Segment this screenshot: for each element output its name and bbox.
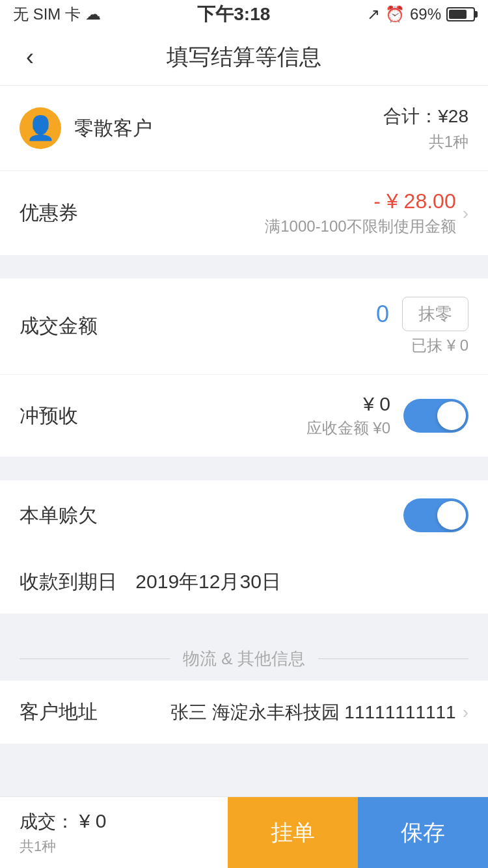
back-button[interactable]: ‹ (20, 37, 40, 77)
due-date-row[interactable]: 收款到期日 2019年12月30日 (0, 550, 488, 614)
sim-status: 无 SIM 卡 ☁ (13, 4, 101, 25)
prepay-receivable: 应收金额 ¥0 (306, 418, 390, 439)
address-row[interactable]: 客户地址 张三 海淀永丰科技园 11111111111 › (0, 681, 488, 744)
pending-button[interactable]: 挂单 (228, 797, 358, 869)
transaction-amount[interactable]: 0 (376, 301, 389, 328)
already-rounded-text: 已抹 ¥ 0 (376, 335, 468, 356)
alarm-icon: ⏰ (385, 5, 405, 23)
sep-line-left (20, 658, 170, 659)
coupon-discount: - ¥ 28.00 (265, 189, 455, 213)
due-date-value: 2019年12月30日 (135, 571, 280, 592)
address-section: 客户地址 张三 海淀永丰科技园 11111111111 › (0, 681, 488, 744)
page-title: 填写结算等信息 (167, 42, 321, 72)
customer-total: 合计：¥28 共1种 (383, 104, 468, 152)
deal-amount: ¥ 0 (79, 810, 107, 832)
customer-section: 👤 零散客户 合计：¥28 共1种 优惠券 - ¥ 28.00 满1000-10… (0, 86, 488, 255)
prepay-label: 冲预收 (20, 403, 78, 429)
status-bar: 无 SIM 卡 ☁ 下午3:18 ↗ ⏰ 69% (0, 0, 488, 29)
avatar-icon: 👤 (26, 115, 55, 142)
coupon-info: - ¥ 28.00 满1000-100不限制使用金额 (265, 189, 455, 237)
transaction-section: 成交金额 0 抹零 已抹 ¥ 0 冲预收 ¥ 0 应收金额 ¥0 (0, 278, 488, 457)
transaction-label: 成交金额 (20, 313, 98, 340)
prepay-right-wrap: ¥ 0 应收金额 ¥0 (306, 393, 468, 439)
customer-row: 👤 零散客户 合计：¥28 共1种 (0, 86, 488, 170)
customer-info: 👤 零散客户 (20, 107, 152, 149)
address-label: 客户地址 (20, 699, 98, 726)
debt-toggle-knob (437, 501, 466, 530)
avatar: 👤 (20, 107, 61, 149)
status-left: 无 SIM 卡 ☁ (13, 4, 101, 25)
status-right: ↗ ⏰ 69% (367, 5, 475, 23)
coupon-right: - ¥ 28.00 满1000-100不限制使用金额 › (265, 189, 468, 237)
logistics-separator: 物流 & 其他信息 (0, 637, 488, 681)
coupon-desc: 满1000-100不限制使用金额 (265, 216, 455, 237)
status-time: 下午3:18 (197, 2, 270, 27)
toggle-knob (437, 401, 466, 430)
logistics-label: 物流 & 其他信息 (183, 647, 305, 670)
bottom-bar: 成交： ¥ 0 共1种 挂单 保存 (0, 796, 488, 868)
nav-bar: ‹ 填写结算等信息 (0, 29, 488, 86)
bottom-deal-row: 成交： ¥ 0 (20, 809, 208, 834)
gray-separator-2 (0, 467, 488, 480)
customer-name: 零散客户 (74, 115, 152, 142)
due-date-label: 收款到期日 (20, 571, 117, 592)
total-count: 共1种 (383, 131, 468, 152)
gray-separator-3 (0, 624, 488, 637)
prepay-info: ¥ 0 应收金额 ¥0 (306, 393, 390, 439)
debt-section: 本单赊欠 收款到期日 2019年12月30日 (0, 480, 488, 614)
debt-label: 本单赊欠 (20, 502, 98, 529)
transaction-right: 0 抹零 已抹 ¥ 0 (376, 297, 468, 356)
deal-label: 成交： (20, 811, 74, 832)
prepay-amount: ¥ 0 (306, 393, 390, 415)
bottom-count: 共1种 (20, 837, 208, 856)
chevron-right-icon: › (463, 203, 468, 224)
round-zero-button[interactable]: 抹零 (402, 297, 468, 331)
battery-percent: 69% (410, 5, 441, 23)
coupon-row[interactable]: 优惠券 - ¥ 28.00 满1000-100不限制使用金额 › (0, 170, 488, 255)
address-value: 张三 海淀永丰科技园 11111111111 (111, 700, 456, 725)
gray-separator-1 (0, 265, 488, 278)
sep-line-right (318, 658, 468, 659)
prepay-toggle[interactable] (403, 399, 468, 433)
battery-icon (446, 7, 475, 21)
debt-row: 本单赊欠 (0, 480, 488, 550)
save-button[interactable]: 保存 (358, 797, 488, 869)
address-chevron-icon: › (463, 702, 468, 723)
debt-toggle[interactable] (403, 498, 468, 532)
transaction-row: 成交金额 0 抹零 已抹 ¥ 0 (0, 278, 488, 374)
total-amount: 合计：¥28 (383, 104, 468, 129)
bottom-summary: 成交： ¥ 0 共1种 (0, 809, 228, 856)
coupon-label: 优惠券 (20, 200, 78, 226)
prepay-row: 冲预收 ¥ 0 应收金额 ¥0 (0, 374, 488, 457)
location-icon: ↗ (367, 5, 380, 23)
